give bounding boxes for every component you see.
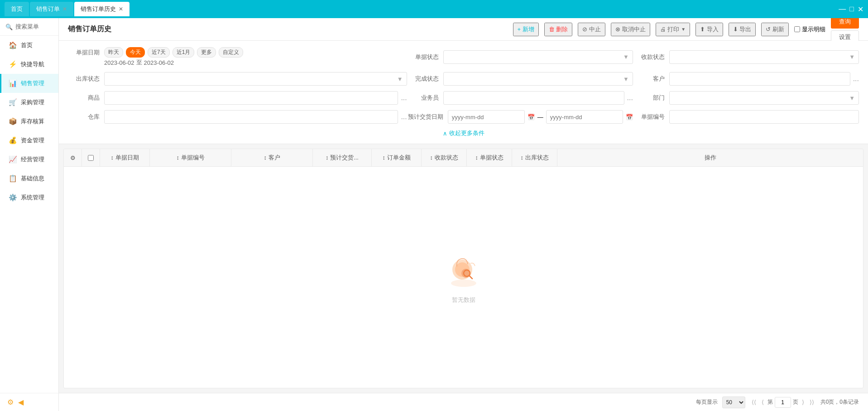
page-input[interactable]	[775, 397, 791, 408]
sales-icon: 📊	[9, 79, 17, 87]
tab-sales-order-history-close[interactable]: ✕	[119, 6, 123, 12]
print-dropdown-icon[interactable]: ▼	[681, 27, 686, 32]
filter-customer: 客户 ...	[633, 72, 859, 86]
import-button[interactable]: ⬆ 导入	[695, 23, 723, 36]
last-page-button[interactable]: ⟩⟩	[808, 398, 816, 406]
show-detail-checkbox-wrapper: 显示明细	[794, 25, 825, 34]
sidebar-item-operations[interactable]: 📈 经营管理	[0, 150, 58, 169]
complete-status-select[interactable]: ▼	[443, 72, 633, 86]
th-customer[interactable]: ↕ 客户	[231, 149, 313, 166]
table-area: ⚙ ↕ 单据日期 ↕ 单据编号 ↕ 客户 ↕ 预计交货...	[63, 149, 863, 388]
delivery-status-select[interactable]: ▼	[104, 72, 407, 86]
sidebar-collapse-icon[interactable]: ◀	[18, 398, 24, 406]
th-settings[interactable]: ⚙	[64, 149, 82, 166]
sidebar-item-purchase[interactable]: 🛒 采购管理	[0, 93, 58, 112]
sidebar-item-system[interactable]: ⚙️ 系统管理	[0, 188, 58, 207]
sidebar-item-home[interactable]: 🏠 首页	[0, 36, 58, 55]
first-page-button[interactable]: ⟨⟨	[750, 398, 758, 406]
th-action-label: 操作	[705, 154, 716, 162]
warehouse-label: 仓库	[68, 113, 104, 121]
sidebar-item-base-info-label: 基础信息	[21, 174, 44, 183]
new-button-label: + 新增	[518, 25, 534, 34]
collapse-row[interactable]: ∧ 收起更多条件	[68, 129, 859, 137]
search-icon: 🔍	[5, 24, 13, 30]
date-btn-yesterday[interactable]: 昨天	[104, 47, 123, 58]
date-btn-today[interactable]: 今天	[126, 47, 145, 58]
sidebar-item-sales[interactable]: 📊 销售管理	[0, 74, 58, 93]
goods-input[interactable]	[104, 91, 398, 105]
tab-bar: 首页 销售订单 ✕ 销售订单历史 ✕	[5, 0, 129, 18]
salesperson-more-icon[interactable]: ...	[627, 94, 633, 102]
empty-icon	[443, 251, 484, 291]
warehouse-more-icon[interactable]: ...	[401, 113, 407, 121]
sidebar-item-finance[interactable]: 💰 资金管理	[0, 131, 58, 150]
export-button[interactable]: ⬇ 导出	[729, 23, 756, 36]
order-status-select[interactable]: ▼	[443, 50, 633, 64]
sidebar: 🔍 搜索菜单 🏠 首页 ⚡ 快捷导航 📊 销售管理 🛒 采购管理 📦 库存核算 …	[0, 18, 59, 411]
prev-page-button[interactable]: ⟨	[760, 398, 766, 406]
page-suffix: 页	[793, 398, 798, 406]
department-dropdown-icon: ▼	[849, 95, 855, 102]
warehouse-control: ...	[104, 110, 407, 124]
maximize-icon[interactable]: □	[849, 5, 854, 13]
minimize-icon[interactable]: —	[839, 5, 846, 13]
sidebar-search[interactable]: 🔍 搜索菜单	[0, 18, 58, 36]
calendar-to-icon[interactable]: 📅	[626, 114, 633, 121]
empty-text: 暂无数据	[452, 296, 475, 304]
delete-button[interactable]: 🗑 删除	[544, 23, 573, 36]
delete-button-label: 🗑 删除	[549, 25, 568, 34]
per-page-select[interactable]: 50 10 20 100	[722, 396, 745, 408]
sidebar-item-quick-nav[interactable]: ⚡ 快捷导航	[0, 55, 58, 74]
tab-sales-order-history-label: 销售订单历史	[81, 5, 116, 13]
select-all-checkbox[interactable]	[88, 155, 94, 161]
query-button[interactable]: 查询	[831, 18, 859, 29]
order-status-label: 单据状态	[407, 53, 443, 61]
toolbar: + 新增 🗑 删除 ⊘ 中止 ⊗ 取消中止 🖨 打印 ▼ ⬆ 导入	[513, 18, 859, 44]
th-delivery[interactable]: ↕ 预计交货...	[313, 149, 372, 166]
payment-status-select[interactable]: ▼	[669, 50, 859, 64]
tab-sales-order-close[interactable]: ✕	[62, 6, 67, 12]
sidebar-settings-icon[interactable]: ⚙	[7, 398, 14, 406]
cancel-button[interactable]: ⊗ 取消中止	[611, 23, 650, 36]
delivery-date-to-input[interactable]	[546, 110, 623, 124]
stop-button[interactable]: ⊘ 中止	[578, 23, 605, 36]
th-amount[interactable]: ↕ 订单金额	[372, 149, 422, 166]
query-settings-group: 查询 设置	[831, 18, 859, 44]
tab-sales-order-history[interactable]: 销售订单历史 ✕	[74, 2, 129, 16]
order-no-input[interactable]	[669, 110, 859, 124]
date-btn-more[interactable]: 更多	[197, 47, 216, 58]
customer-input[interactable]	[669, 72, 850, 86]
delivery-date-from-input[interactable]	[448, 110, 525, 124]
customer-more-icon[interactable]: ...	[853, 75, 859, 83]
date-btn-custom[interactable]: 自定义	[219, 47, 243, 58]
warehouse-input[interactable]	[104, 110, 398, 124]
th-status[interactable]: ↕ 单据状态	[467, 149, 512, 166]
sidebar-item-base-info[interactable]: 📋 基础信息	[0, 169, 58, 188]
inventory-icon: 📦	[9, 117, 17, 126]
next-page-button[interactable]: ⟩	[800, 398, 806, 406]
tab-home[interactable]: 首页	[5, 2, 29, 16]
tab-sales-order[interactable]: 销售订单 ✕	[30, 2, 73, 16]
date-btn-7days[interactable]: 近7天	[148, 47, 170, 58]
sidebar-item-inventory[interactable]: 📦 库存核算	[0, 112, 58, 131]
filter-order-no: 单据编号	[633, 110, 859, 124]
department-select[interactable]: ▼	[669, 91, 859, 105]
show-detail-checkbox[interactable]	[794, 26, 800, 32]
th-delivery-status[interactable]: ↕ 出库状态	[512, 149, 557, 166]
calendar-from-icon[interactable]: 📅	[528, 114, 535, 121]
window-controls: — □ ✕	[839, 5, 863, 14]
filter-row-1: 单据日期 昨天 今天 近7天 近1月 更多 自定义 2023-06-02 至	[68, 47, 859, 67]
new-button[interactable]: + 新增	[513, 23, 539, 36]
goods-more-icon[interactable]: ...	[401, 94, 407, 102]
date-label: 单据日期	[68, 48, 104, 57]
date-btn-1month[interactable]: 近1月	[173, 47, 195, 58]
th-payment[interactable]: ↕ 收款状态	[422, 149, 467, 166]
date-range: 2023-06-02 至 2023-06-02	[104, 58, 174, 67]
salesperson-input[interactable]	[443, 91, 624, 105]
refresh-button[interactable]: ↺ 刷新	[761, 23, 789, 36]
sidebar-item-quick-nav-label: 快捷导航	[21, 60, 44, 68]
th-date[interactable]: ↕ 单据日期	[100, 149, 150, 166]
print-button[interactable]: 🖨 打印 ▼	[656, 23, 691, 36]
th-order-no[interactable]: ↕ 单据编号	[150, 149, 231, 166]
close-icon[interactable]: ✕	[858, 5, 863, 14]
